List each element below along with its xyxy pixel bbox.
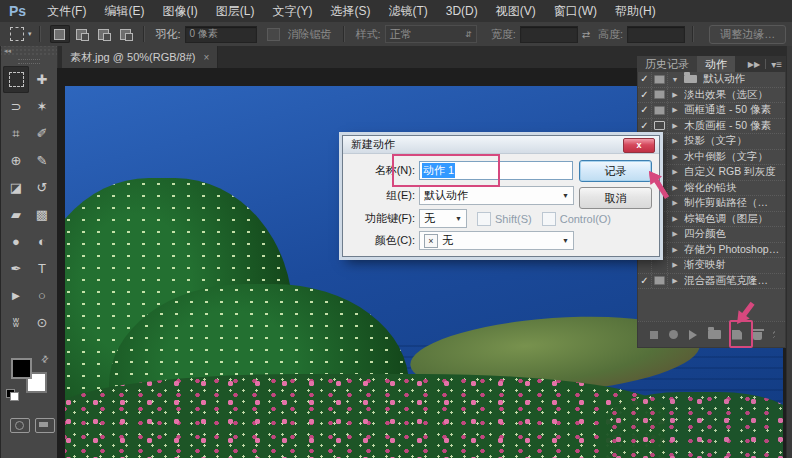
- hand-tool[interactable]: ʬ: [3, 309, 29, 336]
- brush-tool[interactable]: ✎: [29, 147, 55, 174]
- modal-cell[interactable]: [652, 274, 668, 289]
- eyedropper-tool[interactable]: ✐: [29, 120, 55, 147]
- record-button[interactable]: [669, 329, 678, 341]
- toggle-cell[interactable]: ✓: [638, 119, 652, 134]
- foreground-color-swatch[interactable]: [11, 358, 32, 379]
- function-key-select[interactable]: 无 ▼: [419, 209, 467, 228]
- screen-mode-button[interactable]: [35, 418, 55, 433]
- tab-history[interactable]: 历史记录: [637, 56, 697, 72]
- zoom-tool[interactable]: ⊙: [29, 309, 55, 336]
- rectangular-marquee-tool[interactable]: [3, 66, 29, 93]
- menu-item[interactable]: 滤镜(T): [379, 4, 436, 18]
- width-input[interactable]: [520, 26, 578, 43]
- healing-brush-tool[interactable]: ⊕: [3, 147, 29, 174]
- clone-stamp-tool[interactable]: ◪: [3, 174, 29, 201]
- action-row[interactable]: ✓▶混合器画笔克隆…: [638, 274, 785, 290]
- expand-arrow-icon[interactable]: ▶: [668, 150, 682, 165]
- toggle-cell[interactable]: ✓: [638, 103, 652, 118]
- history-brush-tool[interactable]: ↺: [29, 174, 55, 201]
- action-row[interactable]: ✓▶淡出效果（选区）: [638, 88, 785, 104]
- path-selection-tool[interactable]: ►: [3, 282, 29, 309]
- type-tool[interactable]: T: [29, 255, 55, 282]
- menu-item[interactable]: 3D(D): [437, 4, 487, 18]
- ellipse-tool[interactable]: ○: [29, 282, 55, 309]
- lasso-tool[interactable]: ⊃: [3, 93, 29, 120]
- shift-checkbox[interactable]: [477, 212, 491, 226]
- stop-button[interactable]: [650, 329, 658, 341]
- menu-item[interactable]: 文件(F): [38, 4, 95, 18]
- menu-item[interactable]: 视图(V): [487, 4, 545, 18]
- height-input[interactable]: [627, 26, 685, 43]
- collapse-panel-icon[interactable]: ◂◂: [4, 47, 11, 55]
- toggle-cell[interactable]: [638, 258, 652, 273]
- action-row[interactable]: ▶渐变映射: [638, 258, 785, 274]
- dialog-close-button[interactable]: x: [623, 138, 655, 153]
- menu-item[interactable]: 图像(I): [153, 4, 206, 18]
- menu-item[interactable]: 窗口(W): [545, 4, 606, 18]
- expand-arrow-icon[interactable]: ▶: [668, 134, 682, 149]
- style-select[interactable]: 正常 ⇵: [385, 25, 477, 43]
- gradient-tool[interactable]: ▩: [29, 201, 55, 228]
- action-row[interactable]: ▶棕褐色调（图层）: [638, 212, 785, 228]
- menu-item[interactable]: 文字(Y): [263, 4, 321, 18]
- modal-cell[interactable]: [652, 258, 668, 273]
- delete-button[interactable]: [753, 329, 762, 341]
- action-row[interactable]: ▶四分颜色: [638, 227, 785, 243]
- expand-arrow-icon[interactable]: ▶: [668, 119, 682, 134]
- menu-item[interactable]: 编辑(E): [95, 4, 153, 18]
- pen-tool[interactable]: ✒: [3, 255, 29, 282]
- action-row[interactable]: ▶存储为 Photoshop…: [638, 243, 785, 259]
- control-checkbox[interactable]: [542, 212, 556, 226]
- close-document-icon[interactable]: ×: [204, 52, 210, 63]
- toggle-cell[interactable]: ✓: [638, 88, 652, 103]
- set-select[interactable]: 默认动作 ▼: [419, 186, 574, 205]
- tools-panel-header[interactable]: ◂◂: [1, 46, 57, 56]
- toggle-cell[interactable]: ✓: [638, 274, 652, 289]
- quick-mask-button[interactable]: [10, 418, 30, 433]
- color-select[interactable]: × 无 ▼: [419, 231, 574, 250]
- modal-cell[interactable]: [652, 72, 668, 87]
- dialog-title-bar[interactable]: 新建动作: [343, 136, 659, 154]
- toggle-cell[interactable]: ✓: [638, 72, 652, 87]
- modal-cell[interactable]: [652, 119, 668, 134]
- feather-input[interactable]: 0 像素: [185, 26, 257, 43]
- action-set-row[interactable]: ✓▼默认动作: [638, 72, 785, 88]
- action-row[interactable]: ▶水中倒影（文字）: [638, 150, 785, 166]
- modal-cell[interactable]: [652, 103, 668, 118]
- menu-item[interactable]: 图层(L): [207, 4, 264, 18]
- expand-arrow-icon[interactable]: ▶: [668, 258, 682, 273]
- panel-menu-icon[interactable]: ▾≡: [771, 59, 782, 70]
- add-to-selection-button[interactable]: [72, 25, 92, 43]
- blur-tool[interactable]: ●: [3, 228, 29, 255]
- expand-arrow-icon[interactable]: ▶: [668, 243, 682, 258]
- expand-arrow-icon[interactable]: ▶: [668, 227, 682, 242]
- menu-item[interactable]: 选择(S): [321, 4, 379, 18]
- tab-actions[interactable]: 动作: [697, 56, 735, 72]
- new-selection-button[interactable]: [50, 25, 70, 43]
- cancel-button[interactable]: 取消: [579, 187, 652, 209]
- magic-wand-tool[interactable]: ✶: [29, 93, 55, 120]
- expand-arrow-icon[interactable]: ▶: [668, 212, 682, 227]
- document-tab[interactable]: 素材.jpg @ 50%(RGB/8#) ×: [62, 46, 218, 68]
- subtract-from-selection-button[interactable]: [94, 25, 114, 43]
- antialias-checkbox[interactable]: [267, 28, 280, 41]
- new-set-button[interactable]: [708, 329, 721, 341]
- collapse-panels-icon[interactable]: ▶▶: [748, 60, 760, 69]
- action-row[interactable]: ▶投影（文字）: [638, 134, 785, 150]
- intersect-selection-button[interactable]: [116, 25, 136, 43]
- play-button[interactable]: [689, 329, 697, 341]
- expand-arrow-icon[interactable]: ▶: [668, 88, 682, 103]
- swap-dimensions-icon[interactable]: ⇄: [582, 29, 590, 40]
- expand-arrow-icon[interactable]: ▶: [668, 274, 682, 289]
- action-row[interactable]: ✓▶画框通道 - 50 像素: [638, 103, 785, 119]
- expand-arrow-icon[interactable]: ▼: [668, 72, 682, 87]
- dodge-tool[interactable]: ◐: [29, 228, 55, 255]
- expand-arrow-icon[interactable]: ▶: [668, 103, 682, 118]
- action-row[interactable]: ✓▶木质画框 - 50 像素: [638, 119, 785, 135]
- resize-grip[interactable]: [773, 330, 775, 340]
- crop-tool[interactable]: ⌗: [3, 120, 29, 147]
- refine-edge-button[interactable]: 调整边缘…: [709, 25, 786, 44]
- modal-cell[interactable]: [652, 88, 668, 103]
- eraser-tool[interactable]: ▰: [3, 201, 29, 228]
- menu-item[interactable]: 帮助(H): [606, 4, 665, 18]
